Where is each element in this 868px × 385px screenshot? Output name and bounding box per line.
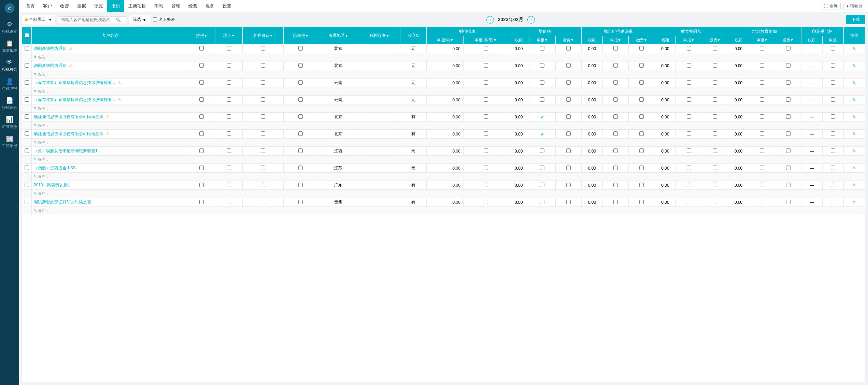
nav-customer[interactable]: 客户: [39, 0, 56, 12]
cs-declare-check[interactable]: [613, 166, 618, 170]
df-pay-check[interactable]: [786, 97, 791, 102]
z-pay-check[interactable]: [566, 200, 571, 204]
customer-name-link[interactable]: 畅捷通信息技术股份有限公司民珏测试: [34, 114, 103, 119]
caibao-year-check[interactable]: [484, 63, 488, 68]
df-declare-check[interactable]: [760, 46, 764, 51]
row-checkbox[interactable]: [25, 46, 29, 51]
jy-pay-check[interactable]: [713, 97, 717, 102]
cs-declare-check[interactable]: [613, 46, 618, 51]
confirm-check[interactable]: [261, 148, 265, 153]
edit-icon[interactable]: ✎: [852, 80, 856, 85]
df-pay-check[interactable]: [786, 148, 791, 153]
z-pay-check[interactable]: [566, 131, 571, 136]
row-checkbox[interactable]: [25, 183, 29, 187]
employee-filter-select[interactable]: 全部员工 ▼: [22, 15, 55, 24]
jy-declare-check[interactable]: [687, 166, 691, 170]
jy-declare-check[interactable]: [687, 200, 691, 204]
edit-icon[interactable]: ✎: [852, 63, 856, 68]
nav-home[interactable]: 首页: [22, 0, 39, 12]
customer-name-link[interactable]: 畅捷通信息技术股份有限公司民珏测试: [34, 131, 103, 136]
nav-fee[interactable]: 收费: [56, 0, 73, 12]
nav-invoice[interactable]: 票据: [73, 0, 90, 12]
confirm-check[interactable]: [261, 183, 265, 187]
row-checkbox[interactable]: [25, 97, 29, 102]
nav-tax[interactable]: 报税: [107, 0, 124, 12]
caibao-year-check[interactable]: [484, 97, 488, 102]
yh-declare-check[interactable]: [831, 183, 835, 187]
edit-remark-icon[interactable]: ✎: [34, 140, 37, 144]
jy-declare-check[interactable]: [687, 131, 691, 136]
paid-check[interactable]: [298, 131, 303, 136]
jy-pay-check[interactable]: [713, 200, 717, 204]
chaoshui-check[interactable]: [199, 183, 204, 187]
cs-pay-check[interactable]: [639, 46, 644, 51]
jy-pay-check[interactable]: [713, 131, 717, 136]
df-pay-check[interactable]: [786, 114, 791, 119]
customer-name-link[interactable]: （勿删）江西股金-LSS: [34, 166, 76, 170]
filter-button[interactable]: 筛选 ▼: [129, 15, 150, 24]
yh-declare-check[interactable]: [831, 63, 835, 68]
jy-pay-check[interactable]: [713, 46, 717, 51]
caibao-year-check[interactable]: [484, 46, 488, 51]
jy-pay-check[interactable]: [713, 166, 717, 170]
customer-name-link[interactable]: 勿删新锐网络通信: [34, 63, 67, 68]
cs-pay-check[interactable]: [639, 200, 644, 204]
z-pay-check[interactable]: [566, 114, 571, 119]
sidebar-item-baoshuzonglan[interactable]: 👁 报税总览: [0, 56, 19, 75]
sidebar-item-geshuishenbao[interactable]: 👤 个税申报: [0, 75, 19, 94]
sidebar-item-gongshangnianabao[interactable]: 🏢 工商年报: [0, 132, 19, 151]
jy-pay-check[interactable]: [713, 183, 717, 187]
qingka-check[interactable]: [227, 166, 231, 170]
qingka-check[interactable]: [227, 63, 231, 68]
paid-check[interactable]: [298, 63, 303, 68]
confirm-check[interactable]: [261, 46, 265, 51]
confirm-check[interactable]: [261, 131, 265, 136]
edit-icon[interactable]: ✎: [852, 114, 856, 119]
chaoshui-check[interactable]: [199, 131, 204, 136]
edit-remark-icon[interactable]: ✎: [34, 106, 37, 110]
nav-manage[interactable]: 管理: [167, 0, 184, 12]
edit-remark-icon[interactable]: ✎: [34, 209, 37, 213]
customer-name-link[interactable]: 勿删新锐网络通信: [34, 46, 67, 51]
row-checkbox[interactable]: [25, 148, 29, 153]
cs-declare-check[interactable]: [613, 183, 618, 187]
confirm-check[interactable]: [261, 80, 265, 85]
row-checkbox[interactable]: [25, 63, 29, 68]
yh-declare-check[interactable]: [831, 80, 835, 85]
edit-remark-icon[interactable]: ✎: [34, 123, 37, 127]
date-next-button[interactable]: ›: [527, 16, 535, 24]
confirm-check[interactable]: [261, 97, 265, 102]
qingka-check[interactable]: [227, 114, 231, 119]
df-declare-check[interactable]: [760, 131, 764, 136]
edit-remark-icon[interactable]: ✎: [34, 72, 37, 76]
edit-icon[interactable]: ✎: [852, 200, 856, 205]
edit-remark-icon[interactable]: ✎: [34, 191, 37, 196]
caibao-year-check[interactable]: [484, 166, 488, 170]
yh-declare-check[interactable]: [831, 166, 835, 170]
nav-settings[interactable]: 设置: [218, 0, 236, 12]
edit-icon[interactable]: ✎: [852, 46, 856, 51]
yh-declare-check[interactable]: [831, 97, 835, 102]
df-pay-check[interactable]: [786, 80, 791, 85]
edit-remark-icon[interactable]: ✎: [34, 89, 37, 93]
cs-pay-check[interactable]: [639, 80, 644, 85]
z-pay-check[interactable]: [566, 97, 571, 102]
download-button[interactable]: 下载: [846, 15, 865, 24]
chaoshui-check[interactable]: [199, 80, 204, 85]
df-declare-check[interactable]: [760, 63, 764, 68]
customer-name-link[interactable]: （库存核算）直播畅捷通信息技术股份有限...: [34, 80, 115, 85]
nav-business[interactable]: 工商项目: [124, 0, 150, 12]
cs-declare-check[interactable]: [613, 80, 618, 85]
sidebar-item-pilianbaoshui[interactable]: 📋 批量报税: [0, 37, 19, 56]
customer-name-link[interactable]: （库存核算）直播畅捷通信息技术股份有限...: [34, 97, 115, 102]
cs-pay-check[interactable]: [639, 97, 644, 102]
sidebar-item-baoshuishezhi[interactable]: ⚙ 报税设置: [0, 18, 19, 37]
caibao-year-check[interactable]: [484, 183, 488, 187]
paid-check[interactable]: [298, 46, 303, 51]
nav-message[interactable]: 消息: [150, 0, 167, 12]
z-pay-check[interactable]: [566, 148, 571, 153]
row-checkbox[interactable]: [25, 131, 29, 136]
yh-declare-check[interactable]: [831, 114, 835, 119]
qingka-check[interactable]: [227, 97, 231, 102]
cs-declare-check[interactable]: [613, 63, 618, 68]
